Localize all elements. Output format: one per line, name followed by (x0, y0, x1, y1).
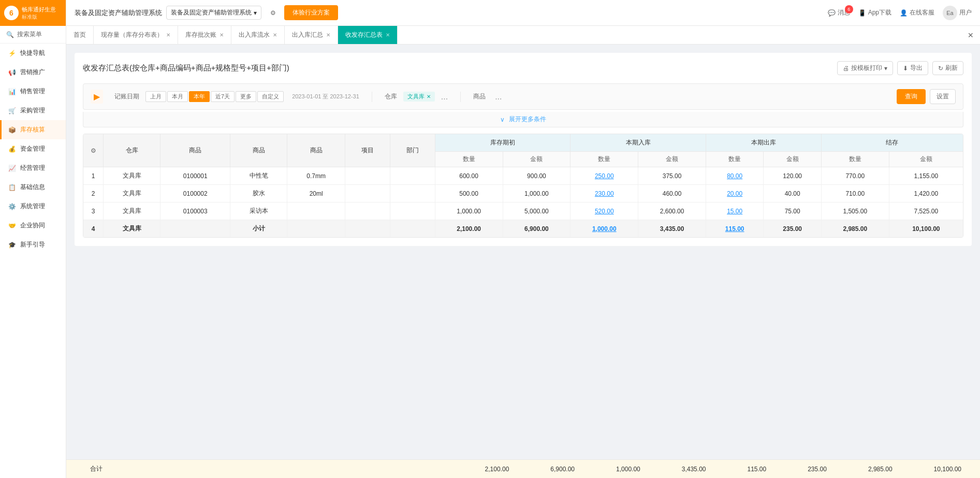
sidebar-item-label: 资金管理 (20, 144, 45, 153)
sidebar-item-1[interactable]: 📢营销推广 (0, 63, 66, 82)
tab-close-icon[interactable]: ✕ (220, 32, 224, 38)
tab-close-icon[interactable]: ✕ (273, 32, 277, 38)
row-open-amt: 5,000.00 (503, 202, 571, 220)
tab-3[interactable]: 出入库流水✕ (231, 26, 285, 45)
filter-expand-arrow[interactable]: ▶ (91, 90, 103, 104)
experience-btn[interactable]: 体验行业方案 (284, 5, 338, 20)
tab-4[interactable]: 出入库汇总✕ (285, 26, 338, 45)
topbar-system-select[interactable]: 装备及固定资产辅助管理系统 ▾ (166, 6, 261, 20)
settings-icon[interactable]: ⚙ (89, 146, 98, 155)
warehouse-filter: 文具库 ✕ ... (403, 92, 448, 102)
tab-2[interactable]: 库存批次账✕ (178, 26, 231, 45)
sub-in-qty[interactable]: 1,000.00 (571, 220, 638, 238)
row-name: 胶水 (230, 185, 287, 202)
date-btn-近7天[interactable]: 近7天 (211, 91, 235, 102)
row-name: 中性笔 (230, 167, 287, 185)
total-label: 合计 (75, 465, 118, 473)
sidebar-item-label: 营销推广 (20, 68, 45, 77)
row-spec: 20ml (287, 185, 345, 202)
row-out-amt: 120.00 (764, 167, 821, 185)
sidebar-item-label: 企业协同 (20, 221, 45, 230)
warehouse-filter-label: 仓库 (385, 92, 397, 101)
row-spec: 0.7mm (287, 167, 345, 185)
sidebar-item-9[interactable]: 🤝企业协同 (0, 216, 66, 235)
sidebar-item-6[interactable]: 📈经营管理 (0, 158, 66, 178)
row-in-amt: 460.00 (638, 185, 706, 202)
refresh-btn[interactable]: ↻ 刷新 (932, 61, 963, 75)
sidebar-item-3[interactable]: 🛒采购管理 (0, 101, 66, 120)
date-btn-自定义[interactable]: 自定义 (257, 91, 284, 102)
row-in-qty[interactable]: 520.00 (571, 202, 638, 220)
export-btn[interactable]: ⬇ 导出 (897, 61, 928, 75)
content-card: 收发存汇总表(按仓库+商品编码+商品+规格型号+项目+部门) 🖨 按模板打印 ▾… (75, 53, 972, 246)
sub-close-amt: 10,100.00 (889, 220, 963, 238)
out-col-header: 本期出库 (706, 134, 821, 152)
print-btn[interactable]: 🖨 按模板打印 ▾ (837, 61, 893, 75)
online-service-btn[interactable]: 👤 在线客服 (900, 8, 934, 17)
sidebar-item-4[interactable]: 📦库存核算 (0, 120, 66, 139)
user-menu[interactable]: Ea 用户 (943, 6, 972, 20)
tab-close-icon[interactable]: ✕ (326, 32, 330, 38)
tab-label: 首页 (74, 31, 86, 39)
date-btn-更多[interactable]: 更多 (236, 91, 256, 102)
filter-separator (372, 92, 372, 102)
row-out-qty[interactable]: 80.00 (706, 167, 763, 185)
page-title-actions: 🖨 按模板打印 ▾ ⬇ 导出 ↻ 刷新 (837, 61, 963, 75)
sidebar-item-5[interactable]: 💰资金管理 (0, 139, 66, 158)
bottom-totals-content: 合计 2,100.00 6,900.00 1,000.00 3,435.00 1… (75, 465, 972, 473)
warehouse-tag: 文具库 ✕ (403, 92, 435, 102)
date-btn-上月[interactable]: 上月 (145, 91, 166, 102)
sidebar-item-2[interactable]: 📊销售管理 (0, 82, 66, 101)
row-out-qty[interactable]: 15.00 (706, 202, 763, 220)
total-out-amt: 235.00 (808, 466, 827, 473)
row-dept (390, 202, 435, 220)
set-btn[interactable]: 设置 (930, 89, 956, 104)
date-btn-本年[interactable]: 本年 (189, 91, 210, 102)
app-download-btn[interactable]: 📱 App下载 (858, 8, 891, 17)
row-in-qty[interactable]: 250.00 (571, 167, 638, 185)
tab-close-icon[interactable]: ✕ (166, 32, 170, 38)
sidebar-item-icon: 💰 (8, 145, 16, 153)
sidebar-item-10[interactable]: 🎓新手引导 (0, 235, 66, 254)
in-col-header: 本期入库 (571, 134, 706, 152)
date-btn-本月[interactable]: 本月 (167, 91, 188, 102)
row-project (345, 185, 390, 202)
sub-spec (287, 220, 345, 238)
sidebar-item-icon: 📦 (8, 126, 16, 134)
service-icon: 👤 (900, 9, 908, 17)
tab-label: 库存批次账 (185, 31, 216, 39)
row-in-qty[interactable]: 230.00 (571, 185, 638, 202)
row-code: 0100003 (160, 202, 230, 220)
settings-col-header[interactable]: ⚙ (83, 134, 104, 167)
total-open-qty: 2,100.00 (485, 466, 509, 473)
query-btn[interactable]: 查询 (897, 89, 926, 104)
sidebar-search[interactable]: 🔍 搜索菜单 (0, 26, 66, 44)
sub-out-qty[interactable]: 115.00 (706, 220, 763, 238)
tab-label: 收发存汇总表 (345, 31, 383, 39)
sidebar-item-0[interactable]: ⚡快捷导航 (0, 44, 66, 63)
tab-0[interactable]: 首页 (66, 26, 94, 45)
sub-code (160, 220, 230, 238)
tab-5[interactable]: 收发存汇总表✕ (338, 26, 398, 45)
gear-icon[interactable]: ⚙ (266, 6, 280, 20)
tab-1[interactable]: 现存量（库存分布表）✕ (94, 26, 178, 45)
topbar: 装备及固定资产辅助管理系统 装备及固定资产辅助管理系统 ▾ ⚙ 体验行业方案 💬… (66, 0, 980, 26)
warehouse-col-header: 仓库 (104, 134, 160, 167)
sidebar-item-7[interactable]: 📋基础信息 (0, 178, 66, 197)
row-close-qty: 770.00 (821, 167, 889, 185)
sub-open-qty: 2,100.00 (435, 220, 503, 238)
message-btn[interactable]: 💬 消息 6 (828, 8, 850, 17)
goods-more-btn[interactable]: ... (495, 92, 502, 102)
sidebar-logo: 6 畅库通好生意 标准版 (0, 0, 66, 26)
sidebar-item-icon: 🤝 (8, 222, 16, 230)
tab-close-icon[interactable]: ✕ (386, 32, 390, 38)
out-qty-header: 数量 (706, 152, 763, 167)
row-close-amt: 1,155.00 (889, 167, 963, 185)
warehouse-more-btn[interactable]: ... (441, 92, 448, 102)
expand-more-btn[interactable]: ∨ 展开更多条件 (83, 115, 963, 124)
warehouse-tag-remove[interactable]: ✕ (427, 94, 431, 99)
sidebar-item-8[interactable]: ⚙️系统管理 (0, 197, 66, 216)
row-out-qty[interactable]: 20.00 (706, 185, 763, 202)
tabbar-close-btn[interactable]: ✕ (961, 26, 980, 45)
closing-col-header: 结存 (821, 134, 963, 152)
